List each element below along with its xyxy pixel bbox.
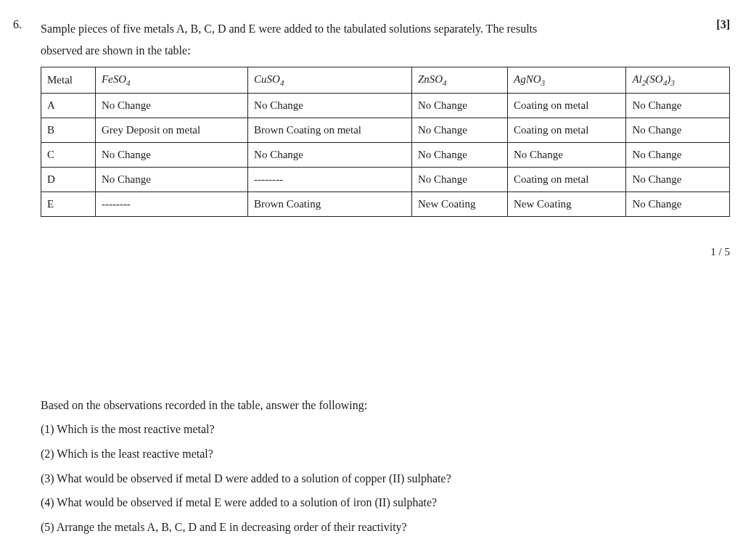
cell: Grey Deposit on metal — [95, 118, 247, 142]
cell: New Coating — [508, 192, 626, 216]
header-cuso4: CuSO4 — [248, 67, 412, 93]
followup-q5: (5) Arrange the metals A, B, C, D and E … — [41, 518, 730, 537]
question-line1: Sample pieces of five metals A, B, C, D … — [41, 22, 537, 35]
cell: No Change — [626, 142, 730, 167]
followup-q1: (1) Which is the most reactive metal? — [41, 420, 730, 439]
cell: No Change — [508, 142, 626, 167]
header-feso4-text: FeSO — [102, 73, 126, 85]
table-row: C No Change No Change No Change No Chang… — [41, 142, 730, 167]
cell-metal: B — [41, 118, 96, 142]
cell-metal: D — [41, 167, 96, 192]
followup-q2: (2) Which is the least reactive metal? — [41, 445, 730, 464]
cell: No Change — [411, 118, 507, 142]
header-agno3-sub: 3 — [541, 78, 546, 87]
header-agno3-text: AgNO — [514, 73, 541, 85]
followup-q4: (4) What would be observed if metal E we… — [41, 493, 730, 512]
question-body: Sample pieces of five metals A, B, C, D … — [41, 18, 730, 217]
question-text: Sample pieces of five metals A, B, C, D … — [41, 18, 730, 62]
cell: No Change — [411, 93, 507, 118]
cell: Coating on metal — [508, 118, 626, 142]
question-number: 6. — [13, 18, 41, 31]
cell: -------- — [95, 192, 247, 216]
cell: No Change — [626, 167, 730, 192]
question-block: 6. Sample pieces of five metals A, B, C,… — [13, 18, 730, 217]
followup-q3: (3) What would be observed if metal D we… — [41, 469, 730, 488]
header-znso4-text: ZnSO — [418, 73, 443, 85]
cell: Brown Coating on metal — [248, 118, 412, 142]
header-feso4: FeSO4 — [95, 67, 247, 93]
header-cuso4-sub: 4 — [280, 78, 284, 87]
header-al2so43: Al2(SO4)3 — [626, 67, 730, 93]
header-cuso4-text: CuSO — [254, 73, 280, 85]
cell: No Change — [248, 93, 412, 118]
table-row: B Grey Deposit on metal Brown Coating on… — [41, 118, 730, 142]
page-number: 1 / 5 — [13, 246, 730, 258]
header-znso4: ZnSO4 — [411, 67, 507, 93]
followup-block: Based on the observations recorded in th… — [41, 396, 730, 537]
cell: No Change — [626, 93, 730, 118]
question-line2: observed are shown in the table: — [41, 44, 191, 57]
cell-metal: E — [41, 192, 96, 216]
header-al-b: (SO — [646, 73, 662, 85]
table-header-row: Metal FeSO4 CuSO4 ZnSO4 AgNO3 Al2(SO4)3 — [41, 67, 730, 93]
cell: Coating on metal — [508, 93, 626, 118]
cell: No Change — [95, 167, 247, 192]
cell: No Change — [95, 93, 247, 118]
cell: -------- — [248, 167, 412, 192]
header-al-a: Al — [632, 73, 641, 85]
cell: Brown Coating — [248, 192, 412, 216]
followup-intro: Based on the observations recorded in th… — [41, 396, 730, 415]
observation-table: Metal FeSO4 CuSO4 ZnSO4 AgNO3 Al2(SO4)3 — [41, 67, 730, 217]
table-row: E -------- Brown Coating New Coating New… — [41, 192, 730, 216]
cell-metal: C — [41, 142, 96, 167]
table-row: A No Change No Change No Change Coating … — [41, 93, 730, 118]
cell: No Change — [411, 167, 507, 192]
table-row: D No Change -------- No Change Coating o… — [41, 167, 730, 192]
header-al-s3: 3 — [670, 78, 675, 87]
cell: Coating on metal — [508, 167, 626, 192]
header-feso4-sub: 4 — [126, 78, 131, 87]
cell: No Change — [248, 142, 412, 167]
cell-metal: A — [41, 93, 96, 118]
header-znso4-sub: 4 — [443, 78, 447, 87]
cell: No Change — [411, 142, 507, 167]
cell: No Change — [95, 142, 247, 167]
header-agno3: AgNO3 — [508, 67, 626, 93]
cell: No Change — [626, 192, 730, 216]
cell: New Coating — [411, 192, 507, 216]
cell: No Change — [626, 118, 730, 142]
header-metal: Metal — [41, 67, 96, 93]
question-marks: [3] — [716, 18, 730, 31]
